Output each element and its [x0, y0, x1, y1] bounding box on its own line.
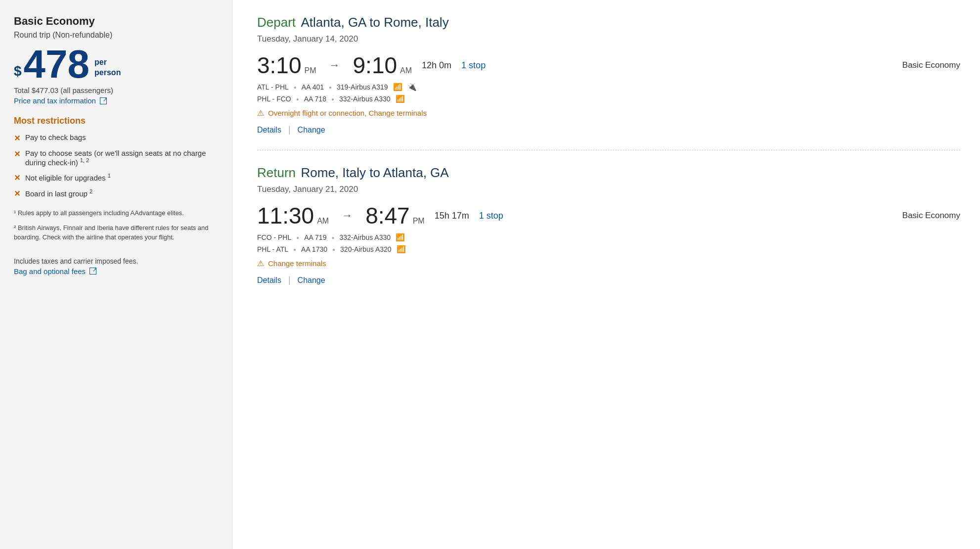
list-item: ✕ Not eligible for upgrades 1: [14, 173, 218, 183]
per-person-label: perperson: [94, 57, 121, 78]
depart-period: PM: [305, 66, 316, 75]
external-link-icon: [100, 97, 107, 104]
right-panel: Depart Atlanta, GA to Rome, Italy Tuesda…: [232, 0, 980, 549]
return-route: Rome, Italy to Atlanta, GA: [301, 165, 449, 180]
left-panel: Basic Economy Round trip (Non-refundable…: [0, 0, 232, 549]
depart-section: Depart Atlanta, GA to Rome, Italy Tuesda…: [257, 15, 960, 150]
duration: 12h 0m: [422, 60, 451, 71]
return-details-link[interactable]: Details: [257, 276, 281, 285]
details-link[interactable]: Details: [257, 126, 281, 135]
return-depart-time: 11:30: [257, 204, 314, 227]
return-warning: ⚠ Change terminals: [257, 259, 960, 268]
return-duration: 15h 17m: [435, 211, 469, 221]
segment-row: FCO - PHL ● AA 719 ● 332-Airbus A330 📶: [257, 233, 960, 242]
restrictions-title: Most restrictions: [14, 116, 218, 126]
segment-row: PHL - FCO ● AA 718 ● 332-Airbus A330 📶: [257, 94, 960, 103]
warning-icon: ⚠: [257, 259, 264, 268]
return-change-link[interactable]: Change: [298, 276, 325, 285]
depart-date: Tuesday, January 14, 2020: [257, 34, 960, 44]
x-icon: ✕: [14, 149, 20, 159]
return-segments: FCO - PHL ● AA 719 ● 332-Airbus A330 📶 P…: [257, 233, 960, 254]
depart-warning: ⚠ Overnight flight or connection, Change…: [257, 108, 960, 118]
list-item: ✕ Pay to check bags: [14, 133, 218, 143]
list-item: ✕ Pay to choose seats (or we'll assign s…: [14, 149, 218, 167]
power-icon: 🔌: [407, 83, 417, 92]
seg1-aircraft: 319-Airbus A319: [337, 83, 388, 91]
depart-segments: ATL - PHL ● AA 401 ● 319-Airbus A319 📶 🔌…: [257, 83, 960, 103]
external-link-icon: [89, 268, 96, 274]
return-header: Return Rome, Italy to Atlanta, GA: [257, 165, 960, 181]
includes-text: Includes taxes and carrier imposed fees.: [14, 257, 218, 265]
depart-time-block: 3:10 PM: [257, 54, 316, 77]
ret-seg2-route: PHL - ATL: [257, 245, 288, 253]
ret-seg1-route: FCO - PHL: [257, 233, 291, 241]
total-price: Total $477.03 (all passengers): [14, 86, 218, 94]
restriction-list: ✕ Pay to check bags ✕ Pay to choose seat…: [14, 133, 218, 198]
depart-times-row: 3:10 PM → 9:10 AM 12h 0m 1 stop Basic Ec…: [257, 54, 960, 77]
x-icon: ✕: [14, 173, 20, 183]
seg2-aircraft: 332-Airbus A330: [339, 95, 391, 103]
return-stops-link[interactable]: 1 stop: [479, 211, 503, 221]
return-arrive-time-block: 8:47 PM: [365, 204, 425, 227]
wifi-icon: 📶: [396, 94, 405, 103]
dollar-sign: $: [14, 63, 22, 79]
wifi-icon: 📶: [397, 245, 406, 254]
price-tax-link[interactable]: Price and tax information: [14, 96, 107, 105]
trip-type: Round trip (Non-refundable): [14, 31, 218, 40]
depart-header: Depart Atlanta, GA to Rome, Italy: [257, 15, 960, 30]
seg1-flight: AA 401: [302, 83, 324, 91]
warning-text: Overnight flight or connection, Change t…: [268, 109, 427, 117]
return-direction: Return: [257, 165, 296, 180]
x-icon: ✕: [14, 189, 20, 198]
list-item: ✕ Board in last group 2: [14, 188, 218, 198]
return-actions: Details | Change: [257, 275, 960, 285]
x-icon: ✕: [14, 134, 20, 143]
return-depart-time-block: 11:30 AM: [257, 204, 329, 227]
ret-seg1-aircraft: 332-Airbus A330: [339, 233, 391, 241]
footnotes: ¹ Rules apply to all passengers includin…: [14, 208, 218, 242]
return-warning-text: Change terminals: [268, 259, 326, 268]
arrive-time-block: 9:10 AM: [353, 54, 412, 77]
return-section: Return Rome, Italy to Atlanta, GA Tuesda…: [257, 165, 960, 300]
return-times-row: 11:30 AM → 8:47 PM 15h 17m 1 stop Basic …: [257, 204, 960, 227]
wifi-icon: 📶: [393, 83, 402, 92]
seg2-flight: AA 718: [304, 95, 326, 103]
arrow-icon: →: [342, 209, 353, 222]
stops-link[interactable]: 1 stop: [461, 60, 486, 71]
return-arrive-period: PM: [413, 217, 425, 226]
price-amount: 478: [24, 45, 89, 84]
seg1-route: ATL - PHL: [257, 83, 289, 91]
seg2-route: PHL - FCO: [257, 95, 291, 103]
arrow-icon: →: [329, 59, 340, 72]
segment-row: ATL - PHL ● AA 401 ● 319-Airbus A319 📶 🔌: [257, 83, 960, 92]
arrive-time: 9:10: [353, 54, 398, 77]
depart-route: Atlanta, GA to Rome, Italy: [301, 15, 449, 30]
fare-label: Basic Economy: [902, 60, 960, 70]
segment-row: PHL - ATL ● AA 1730 ● 320-Airbus A320 📶: [257, 245, 960, 254]
depart-actions: Details | Change: [257, 125, 960, 135]
return-depart-period: AM: [317, 217, 329, 226]
bag-fees-link[interactable]: Bag and optional fees: [14, 267, 96, 275]
return-fare-label: Basic Economy: [902, 211, 960, 221]
ret-seg2-flight: AA 1730: [301, 245, 327, 253]
arrive-period: AM: [400, 66, 412, 75]
ret-seg1-flight: AA 719: [304, 233, 326, 241]
ret-seg2-aircraft: 320-Airbus A320: [340, 245, 392, 253]
wifi-icon: 📶: [396, 233, 405, 242]
warning-icon: ⚠: [257, 108, 264, 118]
return-arrive-time: 8:47: [365, 204, 410, 227]
return-date: Tuesday, January 21, 2020: [257, 184, 960, 194]
change-link[interactable]: Change: [298, 126, 325, 135]
depart-direction: Depart: [257, 15, 296, 30]
fare-type: Basic Economy: [14, 15, 218, 28]
depart-time: 3:10: [257, 54, 302, 77]
